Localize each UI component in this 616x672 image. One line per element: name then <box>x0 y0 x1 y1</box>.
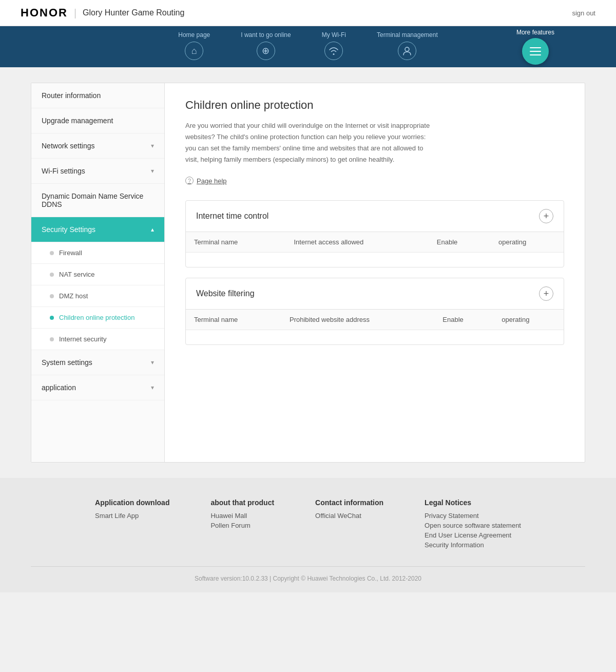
sidebar-item-system[interactable]: System settings ▾ <box>31 350 164 375</box>
sidebar-sub-item-nat[interactable]: NAT service <box>31 264 164 285</box>
home-icon: ⌂ <box>185 42 203 60</box>
footer-link-privacy[interactable]: Privacy Statement <box>425 512 521 520</box>
chevron-down-icon: ▾ <box>151 384 154 391</box>
website-filtering-card: Website filtering + Terminal name Prohib… <box>185 278 564 345</box>
footer-columns: Application download Smart Life App abou… <box>31 498 585 551</box>
nav-item-online[interactable]: I want to go online ⊕ <box>241 31 291 60</box>
sidebar-item-ddns[interactable]: Dynamic Domain Name Service DDNS <box>31 184 164 217</box>
logo: HONOR <box>21 6 68 20</box>
col-terminal-name: Terminal name <box>186 232 285 253</box>
nav-bar: Home page ⌂ I want to go online ⊕ My Wi-… <box>0 26 616 67</box>
product-name: Glory Hunter Game Routing <box>83 8 184 17</box>
footer-link-open-source[interactable]: Open source software statement <box>425 522 521 529</box>
time-control-table: Terminal name Internet access allowed En… <box>186 232 564 267</box>
top-bar: HONOR | Glory Hunter Game Routing sign o… <box>0 0 616 26</box>
footer: Application download Smart Life App abou… <box>0 478 616 592</box>
cell-internet-access <box>285 253 428 267</box>
sidebar: Router information Upgrade management Ne… <box>31 83 165 462</box>
page-description: Are you worried that your child will ove… <box>185 120 432 165</box>
logo-area: HONOR | Glory Hunter Game Routing <box>21 6 184 20</box>
sidebar-label-system: System settings <box>42 358 92 367</box>
dot-icon <box>50 251 54 255</box>
footer-col-product: about that product Huawei Mall Pollen Fo… <box>210 498 274 551</box>
add-website-filter-button[interactable]: + <box>539 286 553 301</box>
sidebar-sub-label-nat: NAT service <box>59 271 95 278</box>
content-container: Router information Upgrade management Ne… <box>31 83 585 463</box>
dot-icon <box>50 337 54 341</box>
footer-link-pollen-forum[interactable]: Pollen Forum <box>210 522 274 529</box>
sidebar-item-upgrade[interactable]: Upgrade management <box>31 108 164 133</box>
card-title-time: Internet time control <box>196 212 268 221</box>
sidebar-label-network: Network settings <box>42 142 94 150</box>
footer-heading-contact: Contact information <box>315 498 383 507</box>
sidebar-sub-label-dmz: DMZ host <box>59 292 88 300</box>
active-dot-icon <box>50 316 54 320</box>
cell-terminal-name <box>186 253 285 267</box>
nav-label-home: Home page <box>178 31 210 39</box>
logo-divider: | <box>74 7 76 19</box>
terminal-icon <box>398 42 416 60</box>
footer-link-smart-life[interactable]: Smart Life App <box>95 512 169 520</box>
footer-heading-download: Application download <box>95 498 169 507</box>
col-operating: operating <box>493 310 564 330</box>
nav-item-wifi[interactable]: My Wi-Fi <box>322 31 346 60</box>
dot-icon <box>50 273 54 277</box>
cell-operating <box>490 253 564 267</box>
card-title-website: Website filtering <box>196 289 255 298</box>
cell-prohibited-website <box>281 330 434 345</box>
sidebar-item-application[interactable]: application ▾ <box>31 375 164 400</box>
hamburger-icon <box>530 47 541 55</box>
help-icon: ? <box>185 177 194 185</box>
internet-time-control-card: Internet time control + Terminal name In… <box>185 200 564 267</box>
sidebar-label-ddns: Dynamic Domain Name Service DDNS <box>42 192 154 208</box>
sidebar-sub-item-internet-security[interactable]: Internet security <box>31 329 164 350</box>
main-panel: Children online protection Are you worri… <box>165 83 585 462</box>
sidebar-sub-item-dmz[interactable]: DMZ host <box>31 285 164 307</box>
footer-col-legal: Legal Notices Privacy Statement Open sou… <box>425 498 521 551</box>
more-features-button[interactable]: More features <box>516 29 554 65</box>
chevron-down-icon: ▾ <box>151 142 154 149</box>
col-enable: Enable <box>429 232 490 253</box>
page-help-link[interactable]: ? Page help <box>185 177 227 185</box>
nav-item-terminal[interactable]: Terminal management <box>377 31 438 60</box>
sidebar-sub-label-internet-security: Internet security <box>59 335 107 343</box>
sidebar-item-wifi[interactable]: Wi-Fi settings ▾ <box>31 159 164 184</box>
nav-label-terminal: Terminal management <box>377 31 438 39</box>
footer-col-download: Application download Smart Life App <box>95 498 169 551</box>
col-operating: operating <box>490 232 564 253</box>
globe-icon: ⊕ <box>257 42 275 60</box>
nav-item-home[interactable]: Home page ⌂ <box>178 31 210 60</box>
sidebar-sub-item-firewall[interactable]: Firewall <box>31 242 164 264</box>
footer-link-wechat[interactable]: Official WeChat <box>315 512 383 520</box>
footer-heading-product: about that product <box>210 498 274 507</box>
cell-terminal-name <box>186 330 281 345</box>
more-features-circle <box>522 38 549 65</box>
chevron-down-icon: ▾ <box>151 167 154 175</box>
sidebar-label-upgrade: Upgrade management <box>42 117 113 125</box>
add-time-control-button[interactable]: + <box>539 209 553 223</box>
page-help-label: Page help <box>197 177 227 185</box>
col-enable: Enable <box>434 310 493 330</box>
sidebar-label-router-info: Router information <box>42 91 101 100</box>
card-header-website: Website filtering + <box>186 278 564 310</box>
cell-operating <box>493 330 564 345</box>
sidebar-item-network[interactable]: Network settings ▾ <box>31 133 164 159</box>
footer-link-security-info[interactable]: Security Information <box>425 541 521 549</box>
footer-link-huawei-mall[interactable]: Huawei Mall <box>210 512 274 520</box>
wifi-icon <box>324 42 343 60</box>
sidebar-sub-label-firewall: Firewall <box>59 249 82 257</box>
website-filtering-table: Terminal name Prohibited website address… <box>186 310 564 344</box>
sidebar-item-router-info[interactable]: Router information <box>31 83 164 108</box>
sidebar-sub-item-children[interactable]: Children online protection <box>31 307 164 329</box>
chevron-down-icon: ▾ <box>151 359 154 366</box>
more-features-label: More features <box>516 29 554 36</box>
table-header-row: Terminal name Internet access allowed En… <box>186 232 564 253</box>
footer-link-eula[interactable]: End User License Agreement <box>425 531 521 539</box>
card-header-time: Internet time control + <box>186 201 564 232</box>
dot-icon <box>50 294 54 298</box>
chevron-up-icon: ▴ <box>151 226 154 233</box>
svg-point-0 <box>405 47 409 51</box>
sidebar-item-security[interactable]: Security Settings ▴ <box>31 217 164 242</box>
col-terminal-name: Terminal name <box>186 310 281 330</box>
sign-out-link[interactable]: sign out <box>572 9 595 17</box>
